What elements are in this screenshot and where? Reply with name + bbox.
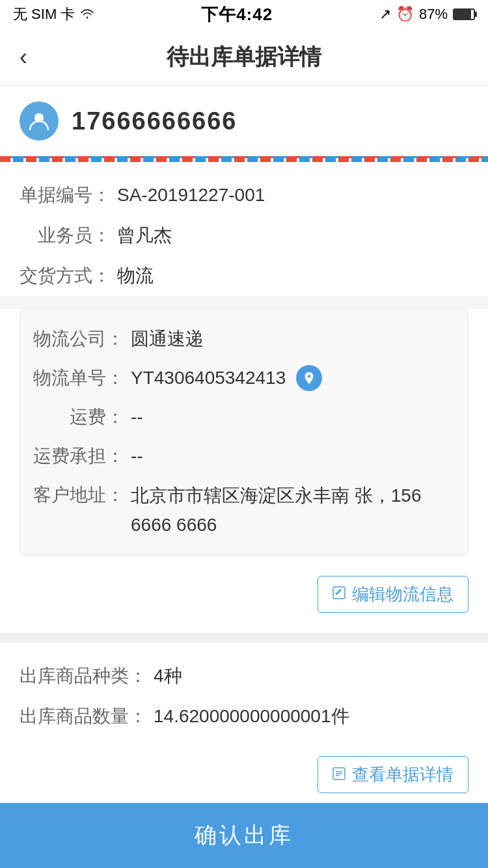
tracking-number-label: 物流单号： [33,364,124,392]
edit-icon [332,585,346,603]
view-details-icon [332,765,346,785]
delivery-method-value: 物流 [111,262,468,290]
edit-logistics-button[interactable]: 编辑物流信息 [318,576,468,613]
address-value: 北京市市辖区海淀区永丰南 张，156 6666 6666 [124,481,455,540]
status-right: ↗ ⏰ 87% [379,6,475,23]
document-number-row: 单据编号： SA-20191227-001 [20,182,468,209]
freight-value: -- [124,403,455,431]
logistics-card: 物流公司： 圆通速递 物流单号： YT4306405342413 运费： -- … [20,309,468,556]
freight-bearer-value: -- [124,442,455,470]
edit-logistics-section: 编辑物流信息 [0,569,488,626]
address-row: 客户地址： 北京市市辖区海淀区永丰南 张，156 6666 6666 [33,481,455,540]
address-label: 客户地址： [33,481,124,509]
tracking-number-row: 物流单号： YT4306405342413 [33,364,455,392]
freight-bearer-row: 运费承担： -- [33,442,455,470]
delivery-method-row: 交货方式： 物流 [20,262,468,290]
document-number-label: 单据编号： [20,182,111,209]
product-types-label: 出库商品种类： [20,662,147,690]
tracking-number-value: YT4306405342413 [124,364,286,392]
page-title: 待出库单据详情 [167,42,321,72]
document-number-value: SA-20191227-001 [111,182,468,209]
carrier-text: 无 SIM 卡 [13,5,75,24]
freight-label: 运费： [33,403,124,431]
main-content: 17666666666 单据编号： SA-20191227-001 业务员： 曾… [0,86,488,868]
avatar [20,102,59,141]
freight-row: 运费： -- [33,403,455,431]
user-header: 17666666666 [0,86,488,158]
product-types-row: 出库商品种类： 4种 [20,662,468,690]
confirm-label: 确认出库 [195,821,293,850]
product-types-value: 4种 [147,662,468,690]
alarm-icon: ⏰ [396,6,414,23]
status-bar: 无 SIM 卡 下午4:42 ↗ ⏰ 87% [0,0,488,29]
status-time: 下午4:42 [201,3,273,26]
battery-text: 87% [419,6,448,23]
back-button[interactable]: ‹ [20,44,59,71]
edit-logistics-label: 编辑物流信息 [352,583,454,606]
salesperson-row: 业务员： 曾凡杰 [20,222,468,249]
freight-bearer-label: 运费承担： [33,442,124,470]
logistics-company-value: 圆通速递 [124,325,455,353]
product-quantity-label: 出库商品数量： [20,703,147,730]
salesperson-value: 曾凡杰 [111,222,468,249]
view-details-button[interactable]: 查看单据详情 [318,756,468,793]
wifi-icon [80,6,94,23]
view-details-section: 查看单据详情 [0,750,488,806]
status-left: 无 SIM 卡 [13,5,94,24]
confirm-button[interactable]: 确认出库 [0,803,488,868]
product-section: 出库商品种类： 4种 出库商品数量： 14.620000000000001件 [0,643,488,750]
product-quantity-value: 14.620000000000001件 [147,703,468,730]
delivery-method-label: 交货方式： [20,262,111,290]
logistics-company-label: 物流公司： [33,325,124,353]
location-status-icon: ↗ [379,6,391,23]
tracking-location-icon[interactable] [296,365,322,391]
battery-icon [453,8,475,20]
product-quantity-row: 出库商品数量： 14.620000000000001件 [20,703,468,730]
nav-bar: ‹ 待出库单据详情 [0,29,488,86]
basic-info-section: 单据编号： SA-20191227-001 业务员： 曾凡杰 交货方式： 物流 [0,162,488,296]
section-divider [0,632,488,643]
logistics-company-row: 物流公司： 圆通速递 [33,325,455,353]
view-details-label: 查看单据详情 [352,763,454,786]
tracking-value-row: YT4306405342413 [124,364,322,392]
salesperson-label: 业务员： [20,222,111,249]
user-phone: 17666666666 [72,107,237,135]
